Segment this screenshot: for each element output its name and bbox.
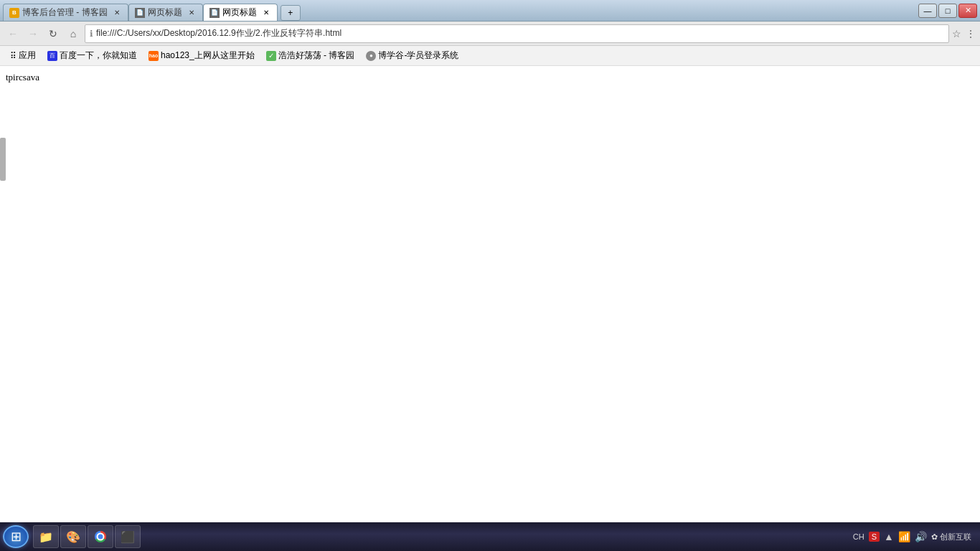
bookmark-baidu-favicon: 百 (47, 51, 57, 61)
bookmark-xueyuan[interactable]: ● 博学谷-学员登录系统 (362, 48, 463, 63)
nav-right-icons: ☆ ⋮ (952, 28, 976, 39)
tray-network-icon[interactable]: 📶 (898, 531, 910, 542)
tray-lang[interactable]: CH (853, 532, 864, 541)
reload-button[interactable]: ↻ (44, 25, 62, 42)
page-text: tpircsava (6, 72, 39, 83)
bookmark-hao123-favicon: hao (149, 51, 159, 61)
tab-page2-label: 网页标题 (148, 6, 182, 19)
tab-blog-close[interactable]: ✕ (112, 8, 122, 18)
bookmark-blog-label: 浩浩好荡荡 - 博客园 (278, 50, 355, 62)
bookmark-hao123[interactable]: hao hao123_上网从这里开始 (144, 48, 259, 63)
home-button[interactable]: ⌂ (65, 25, 82, 42)
back-button[interactable]: ← (4, 25, 22, 42)
taskbar-app1[interactable]: 🎨 (60, 525, 86, 548)
app1-icon: 🎨 (66, 530, 80, 544)
system-tray: CH S ▲ 📶 🔊 ✿ 创新互联 (847, 531, 977, 542)
content-area: tpircsava (0, 66, 980, 522)
tab-bar: B 博客后台管理 - 博客园 ✕ 📄 网页标题 ✕ 📄 网页标题 ✕ + (3, 0, 918, 21)
browser-window: B 博客后台管理 - 博客园 ✕ 📄 网页标题 ✕ 📄 网页标题 ✕ + — □… (0, 0, 980, 551)
address-text: file:///C:/Users/xx/Desktop/2016.12.9作业/… (96, 27, 944, 39)
tab-page2-favicon: 📄 (135, 8, 145, 18)
taskbar-chrome[interactable] (88, 525, 113, 548)
bookmark-xueyuan-label: 博学谷-学员登录系统 (378, 50, 458, 62)
tray-arrow-icon[interactable]: ▲ (884, 531, 894, 542)
tab-page3[interactable]: 📄 网页标题 ✕ (203, 4, 278, 21)
tab-page2-close[interactable]: ✕ (187, 8, 197, 18)
explorer-icon: 📁 (39, 530, 53, 544)
app2-icon: ⬛ (121, 530, 135, 544)
bookmark-baidu-label: 百度一下，你就知道 (60, 50, 137, 62)
tray-volume-icon[interactable]: 🔊 (915, 531, 927, 542)
taskbar: ⊞ 📁 🎨 ⬛ CH S ▲ 📶 🔊 ✿ 创新互联 (0, 522, 980, 551)
tab-page3-label: 网页标题 (222, 6, 257, 19)
tab-blog-label: 博客后台管理 - 博客园 (22, 6, 108, 19)
taskbar-app2[interactable]: ⬛ (115, 525, 141, 548)
title-bar: B 博客后台管理 - 博客园 ✕ 📄 网页标题 ✕ 📄 网页标题 ✕ + — □… (0, 0, 980, 22)
tab-blog[interactable]: B 博客后台管理 - 博客园 ✕ (3, 4, 128, 21)
menu-icon[interactable]: ⋮ (966, 28, 976, 39)
tab-page3-favicon: 📄 (209, 8, 220, 18)
security-icon: ℹ (90, 29, 93, 39)
forward-button[interactable]: → (24, 25, 42, 42)
tab-page3-close[interactable]: ✕ (261, 8, 271, 18)
chrome-icon (95, 531, 106, 542)
bookmark-xueyuan-favicon: ● (366, 51, 376, 61)
start-button[interactable]: ⊞ (3, 525, 29, 548)
tab-page2[interactable]: 📄 网页标题 ✕ (128, 4, 203, 21)
maximize-button[interactable]: □ (938, 4, 957, 18)
bookmark-baidu[interactable]: 百 百度一下，你就知道 (43, 48, 141, 63)
bookmark-star-icon[interactable]: ☆ (952, 28, 961, 39)
apps-label: 应用 (19, 50, 36, 62)
window-controls: — □ ✕ (918, 4, 977, 18)
bookmark-blog[interactable]: ✓ 浩浩好荡荡 - 博客园 (262, 48, 359, 63)
tab-blog-favicon: B (9, 8, 19, 18)
address-bar[interactable]: ℹ file:///C:/Users/xx/Desktop/2016.12.9作… (85, 24, 949, 43)
taskbar-explorer[interactable]: 📁 (33, 525, 59, 548)
tray-brand: ✿ 创新互联 (931, 532, 971, 542)
bookmarks-bar: ⠿ 应用 百 百度一下，你就知道 hao hao123_上网从这里开始 ✓ 浩浩… (0, 46, 980, 66)
close-button[interactable]: ✕ (958, 4, 977, 18)
bookmark-hao123-label: hao123_上网从这里开始 (161, 50, 255, 62)
apps-grid-icon: ⠿ (10, 51, 17, 61)
minimize-button[interactable]: — (918, 4, 937, 18)
new-tab-button[interactable]: + (281, 5, 301, 21)
tray-ime[interactable]: S (869, 532, 880, 542)
page-content: tpircsava (0, 66, 980, 89)
apps-button[interactable]: ⠿ 应用 (6, 48, 40, 63)
scrollbar-left[interactable] (0, 138, 6, 181)
bookmark-blog-favicon: ✓ (266, 51, 276, 61)
navigation-bar: ← → ↻ ⌂ ℹ file:///C:/Users/xx/Desktop/20… (0, 22, 980, 46)
